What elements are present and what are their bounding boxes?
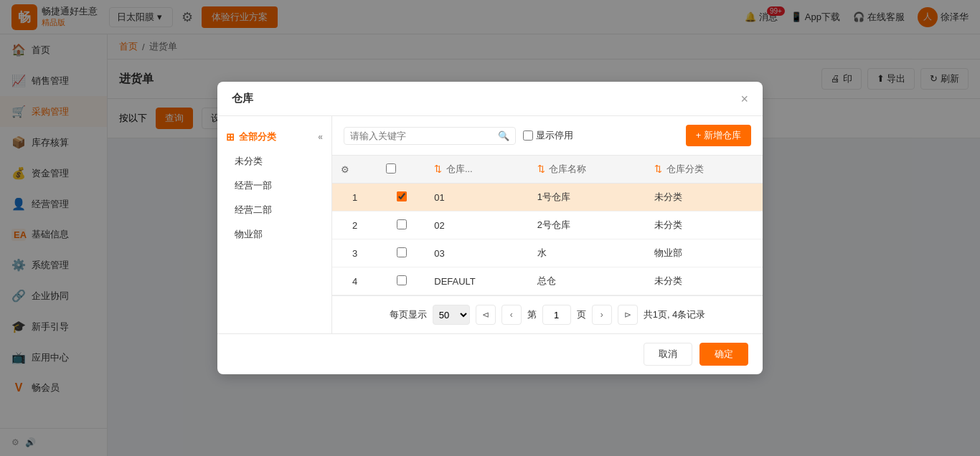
page-prev-btn[interactable]: ‹ (501, 305, 522, 325)
warehouse-table: ⚙ ⇅ 仓库... ⇅ (332, 156, 763, 295)
col-code: ⇅ 仓库... (425, 156, 529, 184)
all-categories-item[interactable]: ⊞ 全部分类 « (217, 125, 331, 149)
row-checkbox[interactable] (377, 184, 425, 212)
show-disabled-checkbox[interactable] (523, 130, 533, 141)
search-icon[interactable]: 🔍 (498, 130, 509, 141)
page-first-btn[interactable]: ⊲ (476, 305, 496, 325)
row-checkbox[interactable] (377, 212, 425, 239)
warehouse-modal: 仓库 × ⊞ 全部分类 « 未分类 经营一部 经营二部 物业部 (217, 82, 763, 374)
add-warehouse-btn[interactable]: + 新增仓库 (686, 125, 751, 146)
sort-icon-category: ⇅ (654, 163, 662, 174)
total-label: 共1页, 4条记录 (644, 308, 706, 321)
modal-main: 🔍 显示停用 + 新增仓库 ⚙ (332, 116, 763, 333)
cat-item-property[interactable]: 物业部 (217, 222, 331, 247)
col-category: ⇅ 仓库分类 (646, 156, 763, 184)
pagination: 每页显示 50 10 20 100 ⊲ ‹ 第 页 › ⊳ 共1页, 4条记录 (332, 295, 763, 333)
row-code: 02 (425, 212, 529, 239)
row-category: 未分类 (646, 184, 763, 212)
search-input[interactable] (350, 130, 495, 141)
row-code: 01 (425, 184, 529, 212)
page-next-btn[interactable]: › (592, 305, 612, 325)
row-id: 4 (332, 267, 377, 295)
row-id: 1 (332, 184, 377, 212)
page-last-btn[interactable]: ⊳ (618, 305, 638, 325)
cat-item-dept1[interactable]: 经营一部 (217, 174, 331, 198)
row-code: 03 (425, 239, 529, 267)
page-label: 第 (527, 308, 537, 321)
page-input[interactable] (542, 305, 571, 325)
modal-title: 仓库 (232, 92, 253, 105)
show-disabled-text: 显示停用 (536, 129, 573, 142)
table-row[interactable]: 2 02 2号仓库 未分类 (332, 212, 763, 239)
row-category: 未分类 (646, 267, 763, 295)
col-checkbox (377, 156, 425, 184)
close-icon[interactable]: × (740, 92, 748, 105)
row-category: 物业部 (646, 239, 763, 267)
row-name: 水 (529, 239, 646, 267)
cancel-button[interactable]: 取消 (644, 343, 692, 366)
row-name: 总仓 (529, 267, 646, 295)
row-checkbox[interactable] (377, 239, 425, 267)
modal-overlay: 仓库 × ⊞ 全部分类 « 未分类 经营一部 经营二部 物业部 (0, 0, 980, 456)
modal-category-sidebar: ⊞ 全部分类 « 未分类 经营一部 经营二部 物业部 (217, 116, 332, 333)
sort-icon-code: ⇅ (434, 163, 442, 174)
table-head-row: ⚙ ⇅ 仓库... ⇅ (332, 156, 763, 184)
row-name: 1号仓库 (529, 184, 646, 212)
row-id: 2 (332, 212, 377, 239)
sort-icon-name: ⇅ (537, 163, 545, 174)
modal-header: 仓库 × (217, 82, 763, 116)
row-id: 3 (332, 239, 377, 267)
table-row[interactable]: 1 01 1号仓库 未分类 (332, 184, 763, 212)
collapse-icon[interactable]: « (318, 132, 323, 142)
show-disabled-label[interactable]: 显示停用 (523, 129, 573, 142)
table-head: ⚙ ⇅ 仓库... ⇅ (332, 156, 763, 184)
row-category: 未分类 (646, 212, 763, 239)
settings-col-icon: ⚙ (341, 164, 349, 175)
cat-item-unclassified[interactable]: 未分类 (217, 149, 331, 174)
per-page-select[interactable]: 50 10 20 100 (433, 305, 470, 325)
page-unit: 页 (577, 308, 586, 321)
col-code-label: 仓库... (446, 163, 473, 174)
table-row[interactable]: 3 03 水 物业部 (332, 239, 763, 267)
search-box: 🔍 (344, 127, 516, 145)
modal-toolbar: 🔍 显示停用 + 新增仓库 (332, 116, 763, 156)
confirm-button[interactable]: 确定 (699, 343, 748, 366)
grid-icon: ⊞ (226, 131, 235, 143)
row-code: DEFAULT (425, 267, 529, 295)
row-name: 2号仓库 (529, 212, 646, 239)
col-name-label: 仓库名称 (549, 163, 586, 174)
col-gear: ⚙ (332, 156, 377, 184)
cat-item-dept2[interactable]: 经营二部 (217, 198, 331, 222)
table-body: 1 01 1号仓库 未分类 2 02 2号仓库 未分类 3 03 水 物业部 4… (332, 184, 763, 295)
all-categories-label: 全部分类 (239, 130, 276, 143)
select-all-checkbox[interactable] (386, 163, 396, 174)
row-checkbox[interactable] (377, 267, 425, 295)
per-page-label: 每页显示 (390, 308, 427, 321)
modal-footer: 取消 确定 (217, 333, 763, 374)
col-category-label: 仓库分类 (666, 163, 704, 174)
modal-body: ⊞ 全部分类 « 未分类 经营一部 经营二部 物业部 🔍 (217, 116, 763, 333)
col-name: ⇅ 仓库名称 (529, 156, 646, 184)
table-container: ⚙ ⇅ 仓库... ⇅ (332, 156, 763, 295)
table-row[interactable]: 4 DEFAULT 总仓 未分类 (332, 267, 763, 295)
